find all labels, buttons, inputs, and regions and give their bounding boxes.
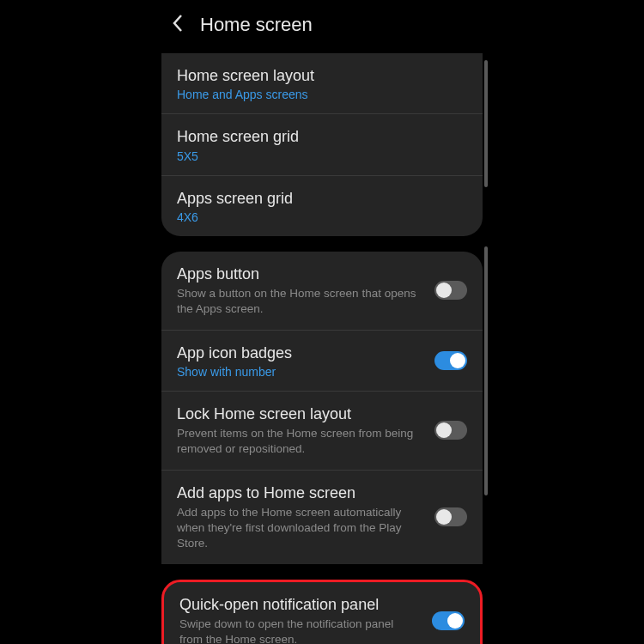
grid-settings-group: Home screen layout Home and Apps screens… xyxy=(161,53,483,236)
row-title: Apps button xyxy=(177,264,421,284)
row-title: App icon badges xyxy=(177,343,421,363)
page-title: Home screen xyxy=(200,14,313,36)
row-subtitle: Add apps to the Home screen automaticall… xyxy=(177,505,421,552)
scrollbar-thumb[interactable] xyxy=(484,60,488,187)
settings-screen: Home screen Home screen layout Home and … xyxy=(155,0,489,644)
quick-open-panel-row-highlighted: Quick-open notification panel Swipe down… xyxy=(161,580,483,644)
app-icon-badges-row[interactable]: App icon badges Show with number xyxy=(161,331,483,392)
lock-layout-row[interactable]: Lock Home screen layout Prevent items on… xyxy=(161,392,483,471)
back-icon[interactable] xyxy=(172,14,183,36)
lock-layout-toggle[interactable] xyxy=(434,421,467,440)
home-screen-grid-row[interactable]: Home screen grid 5X5 xyxy=(161,114,483,175)
header: Home screen xyxy=(155,0,489,53)
apps-screen-grid-row[interactable]: Apps screen grid 4X6 xyxy=(161,176,483,236)
row-subtitle: Swipe down to open the notification pane… xyxy=(179,617,418,644)
row-title: Add apps to Home screen xyxy=(177,483,421,503)
row-value: Show with number xyxy=(177,365,421,379)
home-screen-layout-row[interactable]: Home screen layout Home and Apps screens xyxy=(161,53,483,114)
options-group: Apps button Show a button on the Home sc… xyxy=(161,252,483,564)
row-subtitle: Show a button on the Home screen that op… xyxy=(177,286,421,317)
row-value: Home and Apps screens xyxy=(177,88,467,101)
apps-button-row[interactable]: Apps button Show a button on the Home sc… xyxy=(161,252,483,331)
quick-open-panel-row[interactable]: Quick-open notification panel Swipe down… xyxy=(164,582,480,644)
scroll-area[interactable]: Home screen layout Home and Apps screens… xyxy=(155,53,489,644)
row-title: Home screen layout xyxy=(177,65,467,86)
row-value: 5X5 xyxy=(177,149,467,163)
row-title: Home screen grid xyxy=(177,126,467,147)
row-title: Apps screen grid xyxy=(177,188,467,209)
row-title: Lock Home screen layout xyxy=(177,404,421,424)
row-title: Quick-open notification panel xyxy=(179,594,418,615)
app-icon-badges-toggle[interactable] xyxy=(434,351,467,370)
row-subtitle: Prevent items on the Home screen from be… xyxy=(177,426,421,457)
add-apps-toggle[interactable] xyxy=(434,507,467,526)
scrollbar-thumb[interactable] xyxy=(484,246,488,495)
add-apps-row[interactable]: Add apps to Home screen Add apps to the … xyxy=(161,471,483,564)
quick-open-panel-toggle[interactable] xyxy=(432,611,465,630)
row-value: 4X6 xyxy=(177,210,467,224)
apps-button-toggle[interactable] xyxy=(434,281,467,300)
